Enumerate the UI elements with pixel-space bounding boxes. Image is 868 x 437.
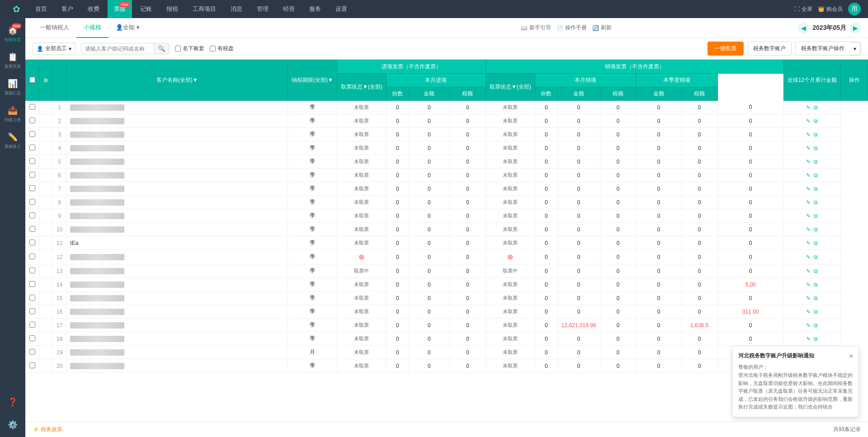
row-checkbox-cell[interactable] <box>26 264 39 278</box>
row-checkbox-cell[interactable] <box>26 319 39 332</box>
edit-icon[interactable]: ✎ <box>806 226 811 233</box>
copy-icon[interactable]: ⧉ <box>814 240 818 246</box>
select-all-checkbox[interactable] <box>29 77 35 83</box>
copy-icon[interactable]: ⧉ <box>814 213 818 219</box>
sidebar-item-help[interactable]: ❓ <box>1 394 24 411</box>
dropdown-arrow-icon[interactable]: ▾ <box>850 42 860 55</box>
copy-icon[interactable]: ⧉ <box>814 282 818 288</box>
row-checkbox-cell[interactable] <box>26 101 39 114</box>
sidebar-item-invoice-entry[interactable]: ✏️ 票据录入 <box>1 128 24 153</box>
row-checkbox-cell[interactable] <box>26 305 39 319</box>
edit-icon[interactable]: ✎ <box>806 104 811 111</box>
edit-icon[interactable]: ✎ <box>806 172 811 179</box>
checkbox-tax-disk[interactable]: 有税盘 <box>210 45 234 52</box>
row-checkbox-cell[interactable] <box>26 209 39 223</box>
copy-icon[interactable]: ⧉ <box>814 172 818 179</box>
edit-icon[interactable]: ✎ <box>806 213 811 219</box>
row-checkbox[interactable] <box>29 349 35 355</box>
edit-icon[interactable]: ✎ <box>806 282 811 288</box>
sidebar-item-invoice-issue[interactable]: 📋 发票开具 <box>1 48 24 73</box>
edit-icon[interactable]: ✎ <box>806 254 811 260</box>
edit-icon[interactable]: ✎ <box>806 240 811 246</box>
copy-icon[interactable]: ⧉ <box>814 132 818 138</box>
sidebar-item-invoice-summary[interactable]: 📊 票据汇总 <box>1 75 24 100</box>
row-checkbox[interactable] <box>29 145 35 150</box>
one-click-ticket-btn[interactable]: 一键取票 <box>708 42 744 56</box>
tax-digital-ops-btn[interactable]: 税务数字账户操作 ▾ <box>795 42 861 56</box>
row-checkbox[interactable] <box>29 240 35 245</box>
th-customer[interactable]: 客户名称(全部)▼ <box>66 60 288 101</box>
edit-icon[interactable]: ✎ <box>806 268 811 274</box>
manual-btn[interactable]: 📄 操作手册 <box>557 24 587 32</box>
row-checkbox[interactable] <box>29 131 35 137</box>
nav-item-business[interactable]: 工商项目 <box>186 0 222 18</box>
row-checkbox-cell[interactable] <box>26 223 39 236</box>
nav-item-invoice[interactable]: 票据 new <box>108 0 132 18</box>
period-prev-btn[interactable]: ◀ <box>798 23 809 33</box>
edit-icon[interactable]: ✎ <box>806 309 811 315</box>
sidebar-item-smart-ticket[interactable]: 🏠 智能取票 new <box>1 22 24 47</box>
nav-item-service[interactable]: 服务 <box>303 0 327 18</box>
sub-account-checkbox[interactable] <box>175 46 181 52</box>
row-checkbox-cell[interactable] <box>26 236 39 250</box>
row-checkbox-cell[interactable] <box>26 291 39 305</box>
row-checkbox-cell[interactable] <box>26 359 39 373</box>
row-checkbox-cell[interactable] <box>26 169 39 182</box>
row-checkbox[interactable] <box>29 158 35 164</box>
row-checkbox[interactable] <box>29 254 35 259</box>
th-out-fetch-status[interactable]: 取票状态▼(全部) <box>486 74 535 101</box>
row-checkbox-cell[interactable] <box>26 278 39 291</box>
row-checkbox[interactable] <box>29 308 35 314</box>
copy-icon[interactable]: ⧉ <box>814 309 818 315</box>
copy-icon[interactable]: ⧉ <box>814 322 818 329</box>
th-in-fetch-status[interactable]: 取票状态▼(全部) <box>337 74 387 101</box>
row-checkbox[interactable] <box>29 212 35 218</box>
nav-item-fee[interactable]: 收费 <box>81 0 106 18</box>
nav-item-operation[interactable]: 经营 <box>277 0 301 18</box>
row-checkbox[interactable] <box>29 104 35 110</box>
edit-icon[interactable]: ✎ <box>806 118 811 124</box>
row-checkbox-cell[interactable] <box>26 196 39 209</box>
copy-icon[interactable]: ⧉ <box>814 268 818 274</box>
row-checkbox[interactable] <box>29 335 35 341</box>
checkbox-sub-account[interactable]: 名下账套 <box>175 45 204 52</box>
tab-all[interactable]: 👤 全能 ▾ <box>108 18 147 38</box>
new-guide-btn[interactable]: 📖 新手引导 <box>521 24 551 32</box>
nav-item-customer[interactable]: 客户 <box>55 0 80 18</box>
row-checkbox-cell[interactable] <box>26 128 39 141</box>
row-checkbox-cell[interactable] <box>26 182 39 196</box>
edit-icon[interactable]: ✎ <box>806 199 811 206</box>
edit-icon[interactable]: ✎ <box>806 159 811 165</box>
row-checkbox[interactable] <box>29 117 35 123</box>
edit-icon[interactable]: ✎ <box>806 145 811 151</box>
row-checkbox-cell[interactable] <box>26 141 39 155</box>
sidebar-item-settings-bottom[interactable]: ⚙️ <box>1 416 24 433</box>
edit-icon[interactable]: ✎ <box>806 295 811 301</box>
row-checkbox[interactable] <box>29 172 35 178</box>
row-checkbox[interactable] <box>29 295 35 301</box>
copy-icon[interactable]: ⧉ <box>814 159 818 165</box>
th-tax-period[interactable]: 纳税期限(全部)▼ <box>288 60 337 101</box>
search-button[interactable]: 🔍 <box>154 43 169 54</box>
row-checkbox[interactable] <box>29 268 35 273</box>
sidebar-item-scan-upload[interactable]: 📤 扫描上传 <box>1 102 24 127</box>
period-next-btn[interactable]: ▶ <box>850 23 861 33</box>
nav-item-manage[interactable]: 管理 <box>250 0 275 18</box>
row-checkbox[interactable] <box>29 185 35 191</box>
avatar[interactable]: 用 <box>848 3 861 15</box>
tax-disk-checkbox[interactable] <box>210 46 216 52</box>
nav-item-bookkeeping[interactable]: 记账 <box>134 0 158 18</box>
tax-policy-link[interactable]: ⚡ 税务政策 <box>33 426 62 433</box>
tax-digital-account-btn[interactable]: 税务数字账户 <box>747 42 792 56</box>
copy-icon[interactable]: ⧉ <box>814 186 818 192</box>
copy-icon[interactable]: ⧉ <box>814 199 818 206</box>
nav-item-settings[interactable]: 设置 <box>329 0 354 18</box>
edit-icon[interactable]: ✎ <box>806 336 811 342</box>
fullscreen-btn[interactable]: ⛶ 全屏 <box>794 5 812 13</box>
row-checkbox-cell[interactable] <box>26 250 39 264</box>
row-checkbox[interactable] <box>29 226 35 232</box>
row-checkbox-cell[interactable] <box>26 114 39 128</box>
row-checkbox-cell[interactable] <box>26 346 39 359</box>
copy-icon[interactable]: ⧉ <box>814 145 818 151</box>
row-checkbox[interactable] <box>29 199 35 205</box>
